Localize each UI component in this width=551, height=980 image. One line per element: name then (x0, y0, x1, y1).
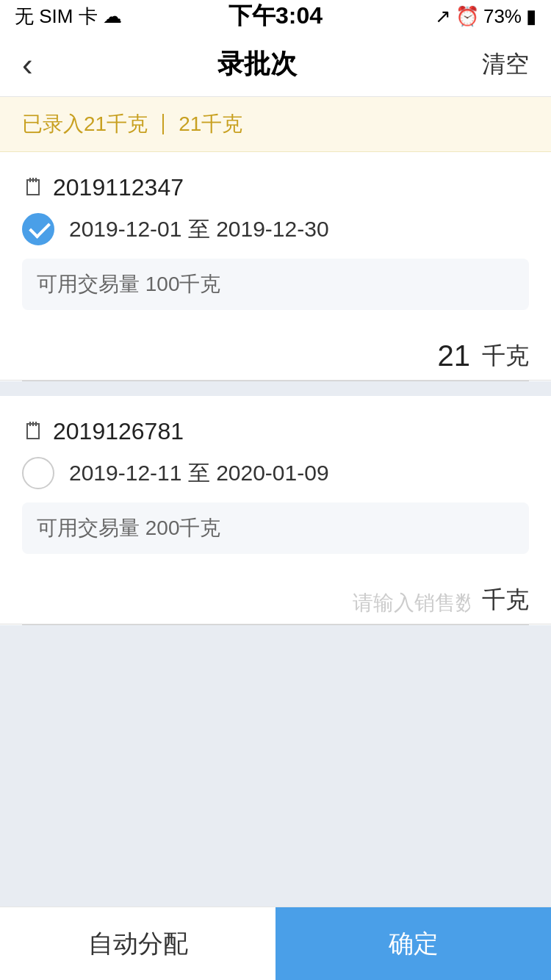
unit-label-2: 千克 (482, 584, 529, 616)
available-qty-1: 可用交易量 100千克 (22, 259, 529, 310)
auto-distribute-button[interactable]: 自动分配 (0, 907, 276, 980)
unit-label-1: 千克 (482, 340, 529, 372)
quantity-input-1[interactable] (353, 339, 470, 372)
available-qty-2: 可用交易量 200千克 (22, 502, 529, 554)
bottom-buttons: 自动分配 确定 (0, 907, 551, 980)
back-button[interactable]: ‹ (22, 48, 33, 81)
radio-button-1[interactable] (22, 213, 54, 245)
date-row-1[interactable]: 2019-12-01 至 2019-12-30 (22, 213, 529, 245)
page-title: 录批次 (217, 46, 297, 82)
section-separator (0, 381, 551, 396)
date-row-2[interactable]: 2019-12-11 至 2020-01-09 (22, 457, 529, 489)
battery-text: 73% (483, 5, 522, 28)
date-range-2: 2019-12-11 至 2020-01-09 (69, 458, 329, 489)
status-bar: 无 SIM 卡 ☁ 下午3:04 ↗ ⏰ 73% ▮ (0, 0, 551, 32)
status-time: 下午3:04 (228, 0, 323, 32)
radio-button-2[interactable] (22, 457, 54, 489)
clear-button[interactable]: 清空 (482, 48, 529, 81)
confirm-button[interactable]: 确定 (276, 907, 551, 980)
batch-id-2: 2019126781 (53, 418, 184, 445)
input-row-2: 千克 (0, 569, 551, 624)
quantity-input-2[interactable] (353, 583, 470, 616)
batch-doc-icon-1: 🗒 (22, 174, 46, 201)
alarm-icon: ⏰ (455, 5, 479, 28)
status-right: ↗ ⏰ 73% ▮ (435, 5, 536, 28)
batch-id-row-1: 🗒 2019112347 (22, 174, 529, 201)
status-left: 无 SIM 卡 ☁ (15, 4, 122, 29)
summary-value: 21千克 (179, 110, 242, 138)
batch-id-row-2: 🗒 2019126781 (22, 418, 529, 445)
summary-entered-label: 已录入21千克 (22, 110, 148, 138)
batch-card-2: 🗒 2019126781 2019-12-11 至 2020-01-09 可用交… (0, 396, 551, 625)
nav-bar: ‹ 录批次 清空 (0, 32, 551, 97)
date-range-1: 2019-12-01 至 2019-12-30 (69, 215, 329, 245)
sim-status: 无 SIM 卡 ☁ (15, 4, 122, 29)
input-row-1: 千克 (0, 325, 551, 381)
summary-bar: 已录入21千克 21千克 (0, 97, 551, 152)
battery-icon: ▮ (526, 5, 536, 28)
batch-id-1: 2019112347 (53, 174, 184, 201)
location-icon: ↗ (435, 5, 451, 28)
batch-doc-icon-2: 🗒 (22, 418, 46, 445)
summary-divider (162, 114, 164, 134)
batch-card-1: 🗒 2019112347 2019-12-01 至 2019-12-30 可用交… (0, 152, 551, 381)
